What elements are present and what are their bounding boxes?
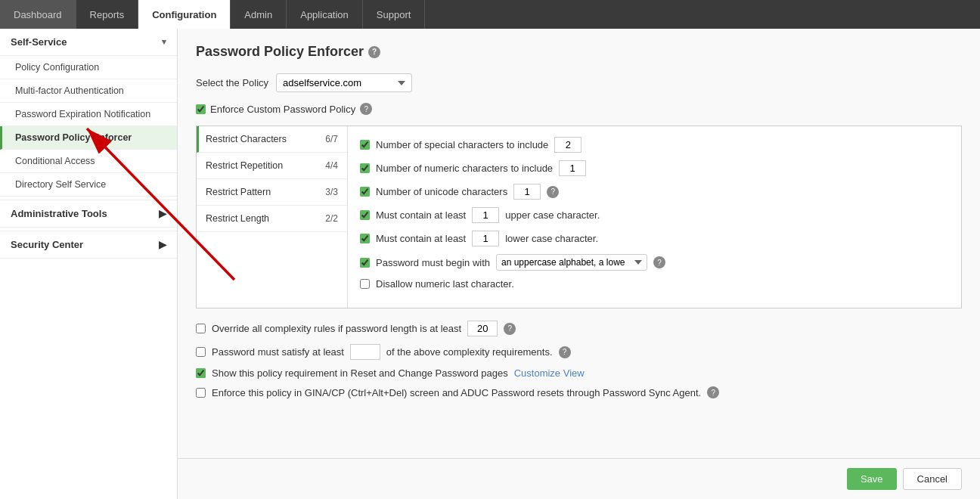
- uppercase-row: Must contain at least upper case charact…: [360, 207, 949, 223]
- restrict-characters-score: 6/7: [325, 134, 338, 144]
- policy-select-label: Select the Policy: [196, 77, 268, 88]
- nav-reports[interactable]: Reports: [76, 0, 139, 29]
- unicode-chars-help-icon[interactable]: ?: [547, 186, 559, 198]
- restrict-container: Restrict Characters 6/7 Restrict Repetit…: [196, 126, 962, 308]
- enforce-gina-checkbox[interactable]: [196, 388, 206, 398]
- special-chars-row: Number of special characters to include: [360, 137, 949, 153]
- sidebar-item-password-expiration[interactable]: Password Expiration Notification: [0, 103, 177, 126]
- unicode-chars-row: Number of unicode characters ?: [360, 184, 949, 200]
- restrict-characters-label: Restrict Characters: [206, 134, 287, 144]
- enforce-custom-row: Enforce Custom Password Policy ?: [196, 103, 962, 115]
- admin-tools-label: Administrative Tools: [11, 208, 107, 219]
- enforce-custom-help-icon[interactable]: ?: [360, 103, 372, 115]
- self-service-label: Self-Service: [11, 36, 67, 48]
- nav-application[interactable]: Application: [287, 0, 363, 29]
- sidebar: Self-Service ▾ Policy Configuration Mult…: [0, 29, 178, 499]
- admin-tools-arrow-icon: ▶: [159, 208, 166, 219]
- uppercase-checkbox[interactable]: [360, 210, 370, 220]
- satisfy-input[interactable]: [350, 344, 380, 360]
- unicode-chars-checkbox[interactable]: [360, 187, 370, 197]
- page-title-row: Password Policy Enforcer ?: [196, 44, 962, 60]
- cancel-button[interactable]: Cancel: [903, 468, 962, 490]
- disallow-numeric-label: Disallow numeric last character.: [376, 278, 514, 290]
- self-service-arrow-icon: ▾: [162, 37, 166, 47]
- numeric-chars-row: Number of numeric characters to include: [360, 160, 949, 176]
- sidebar-admin-tools-header[interactable]: Administrative Tools ▶: [0, 200, 177, 228]
- satisfy-suffix: of the above complexity requirements.: [386, 346, 553, 358]
- restrict-item-characters[interactable]: Restrict Characters 6/7: [197, 126, 347, 153]
- nav-support[interactable]: Support: [363, 0, 426, 29]
- nav-configuration[interactable]: Configuration: [138, 0, 231, 29]
- restrict-item-repetition[interactable]: Restrict Repetition 4/4: [197, 153, 347, 179]
- restrict-content: Number of special characters to include …: [348, 126, 961, 308]
- show-policy-label: Show this policy requirement in Reset an…: [212, 367, 508, 379]
- override-row: Override all complexity rules if passwor…: [196, 321, 962, 336]
- disallow-numeric-checkbox[interactable]: [360, 279, 370, 289]
- sidebar-item-policy-configuration[interactable]: Policy Configuration: [0, 56, 177, 79]
- uppercase-suffix: upper case character.: [505, 209, 600, 221]
- lowercase-label: Must contain at least: [376, 233, 466, 244]
- show-policy-checkbox[interactable]: [196, 368, 206, 378]
- main-content: Password Policy Enforcer ? Select the Po…: [178, 29, 980, 458]
- override-label: Override all complexity rules if passwor…: [212, 323, 461, 334]
- begin-with-checkbox[interactable]: [360, 258, 370, 268]
- policy-select-row: Select the Policy adselfservice.com: [196, 73, 962, 92]
- begin-with-label: Password must begin with: [376, 257, 490, 268]
- enforce-custom-label: Enforce Custom Password Policy: [210, 104, 355, 115]
- top-nav: Dashboard Reports Configuration Admin Ap…: [0, 0, 980, 29]
- numeric-chars-label: Number of numeric characters to include: [376, 163, 553, 174]
- satisfy-help-icon[interactable]: ?: [559, 346, 571, 358]
- special-chars-checkbox[interactable]: [360, 140, 370, 150]
- satisfy-label: Password must satisfy at least: [212, 346, 344, 358]
- restrict-pattern-label: Restrict Pattern: [206, 187, 271, 197]
- restrict-sidebar: Restrict Characters 6/7 Restrict Repetit…: [197, 126, 348, 308]
- restrict-length-score: 2/2: [325, 213, 338, 224]
- unicode-chars-label: Number of unicode characters: [376, 186, 507, 197]
- sidebar-item-directory-self-service[interactable]: Directory Self Service: [0, 173, 177, 197]
- satisfy-row: Password must satisfy at least of the ab…: [196, 344, 962, 360]
- page-title-help-icon[interactable]: ?: [368, 46, 380, 58]
- customize-view-link[interactable]: Customize View: [514, 367, 585, 379]
- disallow-numeric-row: Disallow numeric last character.: [360, 278, 949, 290]
- begin-with-help-icon[interactable]: ?: [653, 256, 665, 268]
- uppercase-label: Must contain at least: [376, 209, 466, 221]
- nav-admin[interactable]: Admin: [231, 0, 287, 29]
- lowercase-checkbox[interactable]: [360, 234, 370, 243]
- page-title: Password Policy Enforcer: [196, 44, 364, 60]
- override-help-icon[interactable]: ?: [504, 323, 516, 335]
- numeric-chars-input[interactable]: [559, 160, 586, 176]
- sidebar-item-mfa[interactable]: Multi-factor Authentication: [0, 79, 177, 103]
- save-button[interactable]: Save: [847, 468, 897, 490]
- policy-select[interactable]: adselfservice.com: [276, 73, 412, 92]
- security-center-label: Security Center: [11, 239, 83, 250]
- restrict-item-length[interactable]: Restrict Length 2/2: [197, 206, 347, 232]
- special-chars-input[interactable]: [554, 137, 581, 153]
- special-chars-label: Number of special characters to include: [376, 139, 548, 150]
- enforce-custom-checkbox[interactable]: [196, 104, 206, 114]
- show-policy-row: Show this policy requirement in Reset an…: [196, 367, 962, 379]
- lowercase-row: Must contain at least lower case charact…: [360, 231, 949, 246]
- override-checkbox[interactable]: [196, 324, 206, 333]
- sidebar-self-service-header[interactable]: Self-Service ▾: [0, 29, 177, 56]
- begin-with-row: Password must begin with an uppercase al…: [360, 254, 949, 271]
- unicode-chars-input[interactable]: [513, 184, 541, 200]
- sidebar-item-password-policy-enforcer[interactable]: Password Policy Enforcer: [0, 126, 177, 150]
- sidebar-security-center-header[interactable]: Security Center ▶: [0, 231, 177, 259]
- lowercase-input[interactable]: [472, 231, 499, 246]
- restrict-length-label: Restrict Length: [206, 213, 269, 224]
- restrict-repetition-score: 4/4: [325, 160, 338, 171]
- lowercase-suffix: lower case character.: [505, 233, 598, 244]
- numeric-chars-checkbox[interactable]: [360, 163, 370, 173]
- override-input[interactable]: [467, 321, 498, 336]
- restrict-repetition-label: Restrict Repetition: [206, 160, 283, 171]
- enforce-gina-help-icon[interactable]: ?: [707, 386, 719, 398]
- begin-with-select[interactable]: an uppercase alphabet, a lowe: [496, 254, 647, 271]
- satisfy-checkbox[interactable]: [196, 347, 206, 357]
- enforce-gina-row: Enforce this policy in GINA/CP (Ctrl+Alt…: [196, 386, 962, 398]
- sidebar-item-conditional-access[interactable]: Conditional Access: [0, 150, 177, 173]
- enforce-gina-label: Enforce this policy in GINA/CP (Ctrl+Alt…: [212, 387, 701, 398]
- uppercase-input[interactable]: [472, 207, 499, 223]
- nav-dashboard[interactable]: Dashboard: [0, 0, 76, 29]
- footer: Save Cancel: [178, 458, 980, 499]
- restrict-item-pattern[interactable]: Restrict Pattern 3/3: [197, 179, 347, 206]
